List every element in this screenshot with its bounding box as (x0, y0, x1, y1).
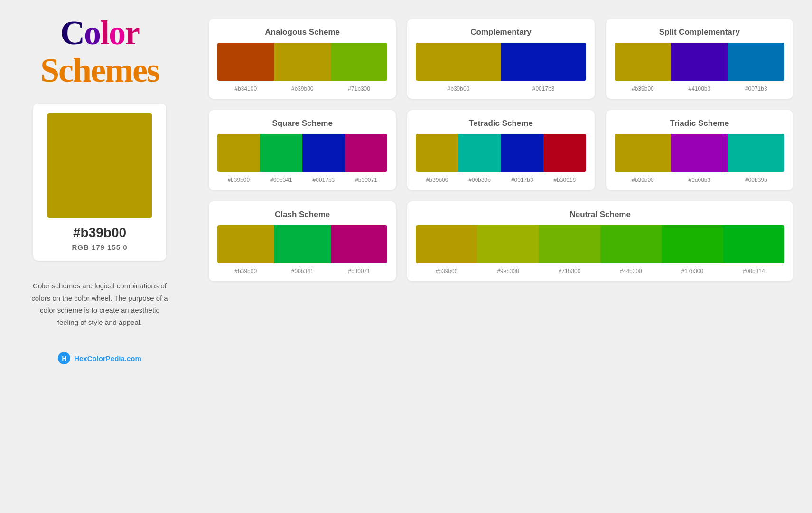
color-swatch (331, 43, 387, 81)
color-swatch (260, 134, 303, 172)
swatch-label: #00b341 (270, 177, 292, 183)
logo-schemes-word: Schemes (40, 52, 159, 89)
color-swatch (477, 225, 539, 263)
color-swatch (345, 134, 388, 172)
color-swatch (416, 134, 458, 172)
description-text: Color schemes are logical combinations o… (28, 280, 171, 328)
scheme-title: Complementary (416, 28, 586, 37)
scheme-card: Complementary#b39b00#0017b3 (407, 19, 594, 99)
swatch-label: #b30071 (355, 177, 377, 183)
swatches-row (615, 43, 784, 81)
swatch-label: #71b300 (348, 86, 370, 92)
color-swatch (217, 134, 260, 172)
color-swatch (274, 43, 330, 81)
scheme-title: Tetradic Scheme (416, 119, 586, 128)
color-swatch (501, 134, 543, 172)
swatch-label: #00b341 (291, 268, 314, 275)
swatch-labels-row: #b39b00#9a00b3#00b39b (615, 177, 784, 183)
color-swatch (671, 43, 728, 81)
color-swatch (543, 134, 586, 172)
swatches-row (217, 134, 387, 172)
swatch-label: #00b314 (723, 268, 784, 275)
footer-brand[interactable]: H HexColorPedia.com (58, 352, 141, 364)
main-color-swatch (47, 113, 152, 218)
color-swatch (458, 134, 501, 172)
scheme-title: Split Complementary (615, 28, 784, 37)
main-color-card: #b39b00 RGB 179 155 0 (33, 104, 166, 261)
swatch-label: #b39b00 (632, 177, 654, 183)
color-swatch (671, 134, 728, 172)
swatch-labels-row: #b39b00#00b341#b30071 (217, 268, 387, 275)
swatch-label: #0017b3 (532, 86, 555, 92)
color-swatch (274, 225, 330, 263)
color-swatch (416, 43, 501, 81)
color-swatch (662, 225, 723, 263)
swatch-label: #b30071 (348, 268, 370, 275)
swatch-label: #00b39b (468, 177, 491, 183)
swatch-label: #0017b3 (511, 177, 533, 183)
swatches-row (217, 225, 387, 263)
swatch-label: #0017b3 (313, 177, 335, 183)
swatch-labels-row: #b39b00#00b341#0017b3#b30071 (217, 177, 387, 183)
swatch-label: #b39b00 (234, 268, 257, 275)
swatch-labels-row: #b39b00#4100b3#0071b3 (615, 86, 784, 92)
color-swatch (302, 134, 345, 172)
swatch-label: #b30018 (553, 177, 576, 183)
scheme-title: Neutral Scheme (416, 210, 784, 219)
color-swatch (331, 225, 387, 263)
scheme-title: Clash Scheme (217, 210, 387, 219)
swatch-label: #b39b00 (448, 86, 470, 92)
scheme-card: Split Complementary#b39b00#4100b3#0071b3 (606, 19, 793, 99)
scheme-card: Analogous Scheme#b34100#b39b00#71b300 (209, 19, 396, 99)
swatches-row (416, 225, 784, 263)
swatch-label: #71b300 (539, 268, 600, 275)
swatch-label: #b34100 (234, 86, 257, 92)
main-hex-value: #b39b00 (73, 225, 126, 240)
swatch-label: #b39b00 (227, 177, 250, 183)
swatch-label: #44b300 (600, 268, 662, 275)
scheme-card: Tetradic Scheme#b39b00#00b39b#0017b3#b30… (407, 110, 594, 190)
color-swatch (501, 43, 586, 81)
color-swatch (217, 43, 274, 81)
swatch-labels-row: #b39b00#00b39b#0017b3#b30018 (416, 177, 586, 183)
swatch-label: #17b300 (662, 268, 723, 275)
swatch-labels-row: #b39b00#0017b3 (416, 86, 586, 92)
scheme-title: Square Scheme (217, 119, 387, 128)
swatch-label: #00b39b (745, 177, 767, 183)
scheme-title: Triadic Scheme (615, 119, 784, 128)
swatches-row (416, 134, 586, 172)
logo-title: Color Schemes (40, 14, 159, 89)
swatch-label: #b39b00 (416, 268, 477, 275)
swatch-label: #b39b00 (426, 177, 448, 183)
color-swatch (615, 134, 671, 172)
color-swatch (416, 225, 477, 263)
swatches-row (217, 43, 387, 81)
color-swatch (539, 225, 600, 263)
left-panel: Color Schemes #b39b00 RGB 179 155 0 Colo… (0, 0, 199, 513)
color-swatch (600, 225, 662, 263)
swatch-label: #b39b00 (291, 86, 314, 92)
swatch-label: #4100b3 (688, 86, 710, 92)
swatch-label: #b39b00 (632, 86, 654, 92)
scheme-card: Triadic Scheme#b39b00#9a00b3#00b39b (606, 110, 793, 190)
logo-color-word: Color (40, 14, 159, 52)
scheme-card: Square Scheme#b39b00#00b341#0017b3#b3007… (209, 110, 396, 190)
color-swatch (728, 134, 784, 172)
color-swatch (615, 43, 671, 81)
scheme-title: Analogous Scheme (217, 28, 387, 37)
swatch-labels-row: #b34100#b39b00#71b300 (217, 86, 387, 92)
swatch-label: #9a00b3 (688, 177, 710, 183)
swatch-label: #0071b3 (745, 86, 767, 92)
scheme-card: Neutral Scheme#b39b00#9eb300#71b300#44b3… (407, 201, 793, 281)
color-swatch (217, 225, 274, 263)
color-swatch (723, 225, 784, 263)
color-swatch (728, 43, 784, 81)
schemes-grid: Analogous Scheme#b34100#b39b00#71b300Com… (199, 0, 812, 513)
brand-name: HexColorPedia.com (74, 354, 141, 362)
swatches-row (615, 134, 784, 172)
scheme-card: Clash Scheme#b39b00#00b341#b30071 (209, 201, 396, 281)
main-rgb-value: RGB 179 155 0 (72, 243, 127, 251)
swatch-labels-row: #b39b00#9eb300#71b300#44b300#17b300#00b3… (416, 268, 784, 275)
swatches-row (416, 43, 586, 81)
swatch-label: #9eb300 (477, 268, 539, 275)
